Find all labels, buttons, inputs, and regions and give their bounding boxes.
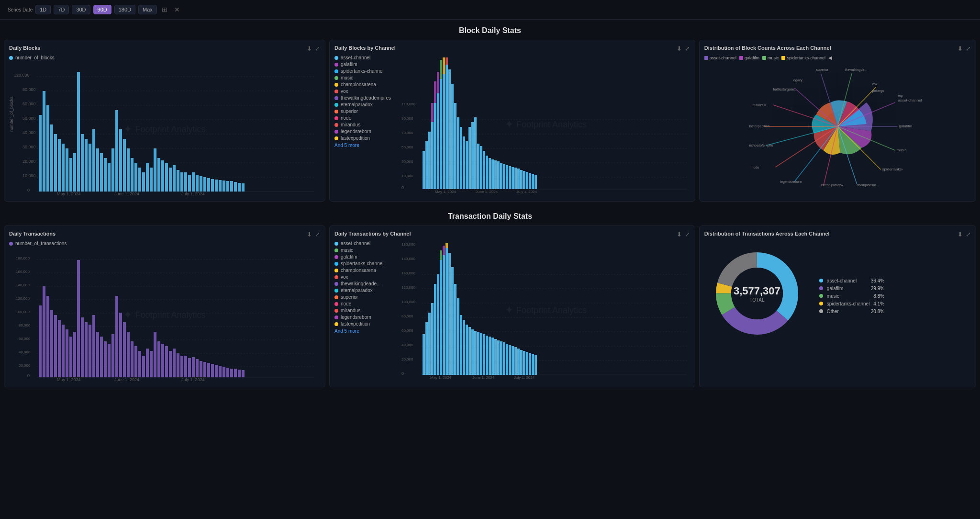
- svg-rect-129: [520, 170, 523, 189]
- svg-rect-26: [66, 148, 68, 192]
- download-btn-txdist[interactable]: ⬇: [958, 231, 963, 238]
- svg-rect-217: [131, 341, 134, 377]
- expand-btn-dist[interactable]: ⤢: [966, 45, 971, 52]
- svg-rect-109: [434, 81, 436, 103]
- svg-rect-126: [512, 167, 514, 189]
- svg-rect-102: [460, 127, 462, 189]
- svg-rect-289: [474, 331, 477, 375]
- svg-rect-71: [238, 183, 241, 192]
- top-bar: Series Date 1D 7D 30D 90D 180D Max ⊞ ✕: [0, 0, 980, 20]
- btn-1d[interactable]: 1D: [35, 5, 51, 14]
- dist-item-other: Other 20.8%: [819, 309, 884, 314]
- svg-rect-273: [437, 274, 439, 375]
- legend-col-txchan: asset-channel music galafilm spidertanks…: [334, 241, 401, 380]
- expand-btn-bychan[interactable]: ⤢: [685, 45, 690, 52]
- svg-rect-20: [43, 91, 45, 192]
- svg-rect-66: [219, 180, 222, 192]
- expand-btn-txchan[interactable]: ⤢: [685, 231, 690, 238]
- dot-spidertanks: [819, 302, 823, 305]
- svg-rect-203: [77, 260, 80, 377]
- svg-rect-283: [445, 243, 448, 248]
- svg-rect-208: [96, 332, 99, 377]
- btn-30d[interactable]: 30D: [72, 5, 90, 14]
- svg-text:mirandus: mirandus: [752, 103, 766, 107]
- svg-rect-117: [486, 156, 488, 189]
- btn-180d[interactable]: 180D: [114, 5, 135, 14]
- svg-rect-238: [211, 364, 214, 377]
- svg-rect-295: [491, 338, 494, 375]
- svg-rect-123: [503, 164, 505, 189]
- daily-tx-panel: Daily Transactions ⬇ ⤢ number_of_transac…: [4, 226, 325, 387]
- block-charts-row: Daily Blocks ⬇ ⤢ number_of_blocks ✦ Foot…: [0, 40, 980, 205]
- svg-rect-301: [509, 345, 511, 375]
- svg-rect-49: [154, 148, 156, 192]
- svg-rect-193: [39, 305, 42, 377]
- svg-text:180,000: 180,000: [401, 242, 415, 247]
- svg-rect-268: [423, 334, 425, 375]
- btn-max[interactable]: Max: [138, 5, 157, 14]
- download-btn-txchan[interactable]: ⬇: [677, 231, 682, 238]
- svg-rect-95: [440, 79, 442, 189]
- svg-rect-116: [483, 151, 485, 189]
- svg-text:50,000: 50,000: [22, 116, 36, 121]
- dot-music: [819, 294, 823, 298]
- btn-7d[interactable]: 7D: [54, 5, 69, 14]
- svg-rect-243: [230, 369, 233, 377]
- svg-text:50,000: 50,000: [401, 145, 413, 149]
- svg-rect-113: [445, 57, 448, 65]
- dist-item-music: music 8.8%: [819, 293, 884, 299]
- blocks-svg: 0 10,000 20,000 30,000 40,000 50,000 60,…: [9, 62, 320, 196]
- svg-text:40,000: 40,000: [401, 343, 413, 347]
- svg-rect-270: [428, 313, 431, 375]
- svg-rect-228: [173, 349, 176, 377]
- svg-rect-19: [39, 115, 42, 192]
- svg-rect-304: [517, 349, 520, 375]
- download-btn-bychan[interactable]: ⬇: [677, 45, 682, 52]
- svg-rect-121: [497, 161, 500, 189]
- svg-text:July 1, 2024: July 1, 2024: [514, 375, 535, 380]
- svg-text:asset-channel: asset-channel: [898, 98, 922, 102]
- dist-item-galafilm: galafilm 29.9%: [819, 286, 884, 291]
- svg-rect-65: [215, 180, 218, 192]
- svg-rect-290: [477, 332, 479, 375]
- svg-rect-198: [58, 320, 61, 377]
- and-more-blocks[interactable]: And 5 more: [334, 143, 398, 148]
- download-btn-tx[interactable]: ⬇: [307, 231, 312, 238]
- close-icon[interactable]: ✕: [172, 5, 182, 14]
- download-btn-blocks[interactable]: ⬇: [307, 45, 312, 52]
- svg-rect-120: [494, 160, 497, 189]
- svg-rect-234: [196, 359, 199, 377]
- svg-rect-47: [146, 163, 149, 192]
- svg-rect-277: [448, 253, 451, 375]
- and-more-tx[interactable]: And 5 more: [334, 328, 398, 334]
- svg-rect-57: [184, 172, 187, 192]
- expand-btn-blocks[interactable]: ⤢: [315, 45, 320, 52]
- svg-text:lastexpedition: lastexpedition: [749, 124, 769, 128]
- svg-text:legendsreborn: legendsreborn: [780, 180, 802, 184]
- svg-rect-38: [111, 148, 114, 192]
- svg-text:120,000: 120,000: [14, 73, 30, 78]
- download-btn-dist[interactable]: ⬇: [958, 45, 963, 52]
- svg-rect-21: [46, 105, 49, 192]
- svg-rect-242: [226, 368, 229, 377]
- expand-btn-txdist[interactable]: ⤢: [966, 231, 971, 238]
- svg-rect-309: [532, 354, 534, 375]
- svg-rect-236: [203, 362, 206, 377]
- svg-rect-200: [66, 329, 68, 377]
- block-section-title: Block Daily Stats: [0, 20, 980, 40]
- svg-text:20,000: 20,000: [401, 357, 413, 361]
- svg-rect-39: [115, 110, 118, 192]
- calendar-icon[interactable]: ⊞: [160, 5, 169, 14]
- svg-text:30,000: 30,000: [22, 145, 36, 149]
- btn-90d[interactable]: 90D: [93, 5, 111, 14]
- svg-rect-125: [509, 166, 511, 189]
- dist-legend-toggle[interactable]: ◀: [828, 55, 832, 60]
- svg-rect-40: [119, 129, 122, 192]
- svg-text:10,000: 10,000: [401, 174, 413, 178]
- svg-rect-43: [131, 158, 134, 192]
- svg-text:July 1, 2024: July 1, 2024: [181, 192, 205, 196]
- svg-rect-202: [73, 332, 76, 377]
- svg-text:60,000: 60,000: [401, 328, 413, 333]
- svg-text:battlestargalac...: battlestargalac...: [773, 88, 797, 91]
- expand-btn-tx[interactable]: ⤢: [315, 231, 320, 238]
